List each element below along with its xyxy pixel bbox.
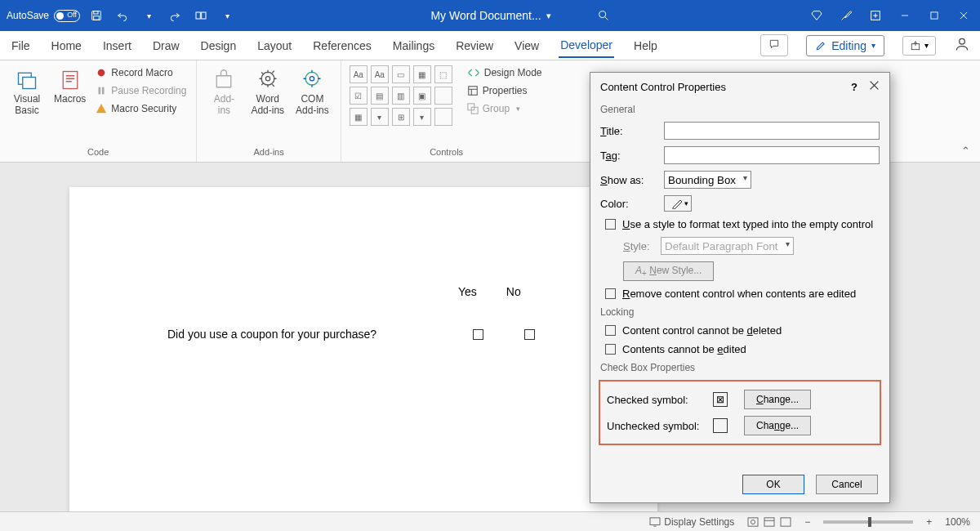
survey-question: Did you use a coupon for your purchase? [167,328,461,341]
diamond-icon[interactable] [807,6,826,25]
macros-label: Macros [54,93,86,105]
zoom-out-button[interactable]: − [804,516,810,528]
tab-review[interactable]: Review [454,34,495,57]
svg-point-25 [751,520,755,524]
save-icon[interactable] [87,6,106,25]
unchecked-symbol-label: Unchecked symbol: [607,420,705,432]
column-yes: Yes [458,285,477,298]
display-settings-button[interactable]: Display Settings [649,516,734,528]
lock-edit-checkbox[interactable] [605,344,616,355]
lock-delete-label: Content control cannot be deleted [622,324,782,337]
title-input[interactable] [664,122,880,140]
color-picker[interactable]: ▾ [664,195,692,212]
tab-design[interactable]: Design [199,34,238,57]
dialog-title: Content Control Properties [600,81,726,93]
close-icon[interactable] [869,80,880,93]
minimize-icon[interactable] [895,6,915,25]
addins-label: Add- ins [214,93,234,116]
redo-icon[interactable] [165,6,185,25]
com-addins-button[interactable]: COM Add-ins [292,65,332,119]
lock-delete-checkbox[interactable] [605,325,616,336]
svg-rect-3 [196,12,200,19]
svg-rect-12 [63,72,78,89]
pause-recording-label: Pause Recording [111,85,186,96]
design-mode-button[interactable]: Design Mode [466,65,544,80]
ribbon-mode-icon[interactable] [866,6,885,25]
comments-button[interactable] [760,34,788,56]
qat-dropdown-icon[interactable]: ▾ [217,6,237,25]
quick-access-icon[interactable] [191,6,211,25]
visual-basic-button[interactable]: Visual Basic [8,65,46,119]
cancel-button[interactable]: Cancel [816,475,878,494]
maximize-icon[interactable] [924,6,944,25]
tab-file[interactable]: File [10,34,32,57]
use-style-checkbox[interactable] [605,219,616,230]
svg-rect-1 [94,11,98,14]
lock-edit-label: Contents cannot be edited [622,343,746,355]
display-settings-label: Display Settings [664,516,734,528]
tab-insert[interactable]: Insert [101,34,133,57]
status-bar: Display Settings − + 100% [0,511,980,531]
svg-rect-14 [99,87,101,95]
tab-home[interactable]: Home [50,34,83,57]
collapse-ribbon-icon[interactable]: ⌃ [961,145,970,157]
checkbox-no[interactable] [524,329,535,340]
controls-gallery[interactable]: AaAa▭▦⬚ ☑▤▥▣ ▦▾⊞▾ [350,65,452,126]
document-title[interactable]: My Word Document... ▾ [430,9,550,22]
tab-references[interactable]: References [311,34,373,57]
close-icon[interactable] [954,6,973,25]
properties-button[interactable]: Properties [466,83,544,98]
zoom-level[interactable]: 100% [945,516,970,528]
tab-view[interactable]: View [513,34,541,57]
record-macro-button[interactable]: Record Macro [94,65,188,80]
svg-point-18 [306,72,319,85]
change-unchecked-button[interactable]: Change... [744,416,811,435]
code-group-label: Code [87,147,109,157]
help-icon[interactable]: ? [851,81,858,93]
style-select: Default Paragraph Font [661,237,794,255]
content-control-properties-dialog: Content Control Properties ? General Tit… [590,72,890,503]
undo-icon[interactable] [113,6,132,25]
tab-developer[interactable]: Developer [559,33,614,58]
tag-input[interactable] [664,146,880,164]
group-button: Group▾ [466,101,544,116]
ok-button[interactable]: OK [742,475,804,494]
view-buttons[interactable] [747,517,791,527]
change-checked-button[interactable]: Change... [744,390,811,409]
word-addins-button[interactable]: Word Add-ins [247,65,287,119]
section-checkbox-props: Check Box Properties [590,359,889,377]
addins-button[interactable]: Add- ins [205,65,243,119]
svg-rect-11 [23,78,36,89]
undo-dropdown-icon[interactable]: ▾ [139,6,158,25]
autosave-state: Off [67,11,77,19]
remove-cc-label: Remove content control when contents are… [622,288,856,300]
account-icon[interactable] [954,36,970,55]
zoom-in-button[interactable]: + [926,516,932,528]
section-locking: Locking [590,303,889,321]
addins-group-label: Add-ins [253,147,283,157]
search-icon[interactable] [594,6,613,25]
tab-mailings[interactable]: Mailings [391,34,436,57]
tab-layout[interactable]: Layout [256,34,293,57]
share-button[interactable]: ▾ [902,36,936,56]
tab-draw[interactable]: Draw [151,34,181,57]
chevron-down-icon: ▾ [546,11,551,21]
macros-button[interactable]: Macros [51,65,89,108]
title-label: Title: [600,125,656,137]
checked-symbol-label: Checked symbol: [607,394,705,406]
macro-security-button[interactable]: Macro Security [94,101,188,116]
checkbox-yes[interactable] [473,329,483,340]
checkbox-properties-highlight: Checked symbol: ⊠ Change... Unchecked sy… [599,380,881,445]
editing-mode-button[interactable]: Editing ▾ [806,35,884,56]
brush-icon[interactable] [836,6,856,25]
svg-point-17 [265,77,270,81]
tab-help[interactable]: Help [632,34,659,57]
show-as-select[interactable]: Bounding Box [664,171,751,189]
tag-label: Tag: [600,149,656,162]
zoom-slider[interactable] [823,520,913,524]
autosave-toggle[interactable]: AutoSave Off [7,10,80,22]
svg-rect-24 [748,517,758,525]
remove-cc-checkbox[interactable] [605,288,616,299]
page[interactable]: Yes No Did you use a coupon for your pur… [69,187,657,511]
document-title-text: My Word Document... [430,9,541,22]
